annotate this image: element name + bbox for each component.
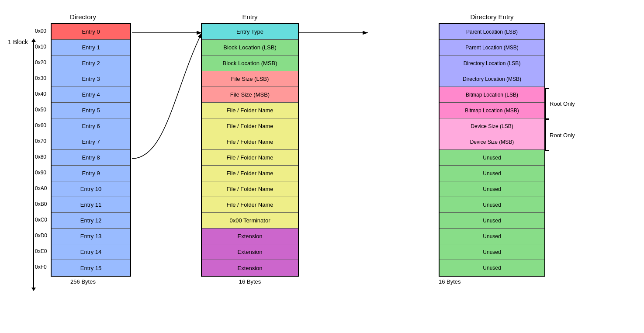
de-entry-1: Parent Location (MSB) bbox=[440, 40, 544, 56]
entry-entry-13: Extension bbox=[202, 229, 298, 244]
dir-offset-6: 0x60 bbox=[35, 118, 49, 133]
root-only-empty-8 bbox=[545, 151, 575, 166]
de-entries: Parent Location (LSB)Parent Location (MS… bbox=[439, 23, 545, 277]
dir-offset-14: 0xE0 bbox=[35, 243, 49, 259]
entry-entry-0: Entry Type bbox=[202, 24, 298, 40]
root-only-empty-2 bbox=[545, 56, 575, 72]
de-entry-2: Directory Location (LSB) bbox=[440, 56, 544, 71]
dir-entry-3: Entry 3 bbox=[52, 71, 130, 87]
arrow-line-vertical bbox=[33, 42, 34, 288]
de-entry-0: Parent Location (LSB) bbox=[440, 24, 544, 40]
entry-entry-5: File / Folder Name bbox=[202, 103, 298, 118]
de-column-group: Directory Entry Parent Location (LSB)Par… bbox=[369, 13, 575, 285]
entry-entry-8: File / Folder Name bbox=[202, 150, 298, 166]
entry-entry-2: Block Location (MSB) bbox=[202, 56, 298, 71]
directory-offsets: 0x000x100x200x300x400x500x600x700x800x90… bbox=[35, 23, 49, 277]
entry-entry-9: File / Folder Name bbox=[202, 166, 298, 181]
de-entry-12: Unused bbox=[440, 213, 544, 229]
de-entry-14: Unused bbox=[440, 244, 544, 260]
root-only-empty-10 bbox=[545, 182, 575, 198]
dir-entry-10: Entry 10 bbox=[52, 181, 130, 197]
de-entry-9: Unused bbox=[440, 166, 544, 181]
entry-entry-1: Block Location (LSB) bbox=[202, 40, 298, 56]
de-entry-6: Device Size (LSB) bbox=[440, 118, 544, 134]
de-entry-5: Bitmap Location (MSB) bbox=[440, 103, 544, 118]
dir-entry-15: Entry 15 bbox=[52, 260, 130, 276]
dir-offset-10: 0xA0 bbox=[35, 180, 49, 196]
block-label-group: 1 Block bbox=[8, 38, 36, 291]
entry-entry-12: 0x00 Terminator bbox=[202, 213, 298, 229]
block-label-text: 1 Block bbox=[8, 38, 28, 45]
entry-entry-15: Extension bbox=[202, 260, 298, 276]
dir-offset-9: 0x90 bbox=[35, 165, 49, 180]
root-only-empty-15 bbox=[545, 261, 575, 277]
dir-offset-7: 0x70 bbox=[35, 133, 49, 149]
directory-table: 0x000x100x200x300x400x500x600x700x800x90… bbox=[35, 23, 131, 277]
directory-entries: Entry 0Entry 1Entry 2Entry 3Entry 4Entry… bbox=[51, 23, 131, 277]
dir-entry-7: Entry 7 bbox=[52, 134, 130, 150]
diagram-container: 1 Block Directory 0x000x100x200x300x400x… bbox=[0, 0, 644, 333]
de-entry-3: Directory Location (MSB) bbox=[440, 71, 544, 87]
dir-offset-12: 0xC0 bbox=[35, 212, 49, 228]
dir-offset-13: 0xD0 bbox=[35, 228, 49, 243]
directory-subtitle: 256 Bytes bbox=[70, 278, 96, 285]
dir-entry-11: Entry 11 bbox=[52, 197, 130, 213]
root-only-text-2: Root Only bbox=[550, 132, 575, 139]
dir-entry-14: Entry 14 bbox=[52, 244, 130, 260]
root-only-empty-9 bbox=[545, 166, 575, 182]
de-column: Directory Entry Parent Location (LSB)Par… bbox=[439, 13, 545, 285]
root-only-labels: Root Only Root Only bbox=[545, 25, 575, 277]
dir-entry-0: Entry 0 bbox=[52, 24, 130, 40]
entry-column: Entry Entry TypeBlock Location (LSB)Bloc… bbox=[201, 13, 299, 285]
root-only-empty-12 bbox=[545, 214, 575, 229]
dir-entry-5: Entry 5 bbox=[52, 103, 130, 118]
entry-entries: Entry TypeBlock Location (LSB)Block Loca… bbox=[201, 23, 299, 277]
dir-offset-8: 0x80 bbox=[35, 149, 49, 165]
de-entry-8: Unused bbox=[440, 150, 544, 166]
entry-entry-7: File / Folder Name bbox=[202, 134, 298, 150]
de-title: Directory Entry bbox=[470, 13, 513, 21]
dir-offset-5: 0x50 bbox=[35, 102, 49, 118]
de-entry-10: Unused bbox=[440, 181, 544, 197]
root-only-text-1: Root Only bbox=[550, 101, 575, 107]
dir-entry-1: Entry 1 bbox=[52, 40, 130, 56]
columns-wrapper: Directory 0x000x100x200x300x400x500x600x… bbox=[35, 13, 575, 285]
de-entry-13: Unused bbox=[440, 229, 544, 244]
de-entry-11: Unused bbox=[440, 197, 544, 213]
dir-offset-1: 0x10 bbox=[35, 39, 49, 55]
de-entry-7: Device Size (MSB) bbox=[440, 134, 544, 150]
de-entry-15: Unused bbox=[440, 260, 544, 276]
dir-entry-2: Entry 2 bbox=[52, 56, 130, 71]
entry-entry-6: File / Folder Name bbox=[202, 118, 298, 134]
root-only-empty-13 bbox=[545, 229, 575, 245]
dir-entry-8: Entry 8 bbox=[52, 150, 130, 166]
de-subtitle: 16 Bytes bbox=[439, 278, 461, 285]
de-entry-4: Bitmap Location (LSB) bbox=[440, 87, 544, 103]
dir-entry-9: Entry 9 bbox=[52, 166, 130, 181]
dir-offset-4: 0x40 bbox=[35, 86, 49, 102]
root-only-empty-3 bbox=[545, 72, 575, 88]
root-only-empty-14 bbox=[545, 245, 575, 261]
dir-entry-13: Entry 13 bbox=[52, 229, 130, 244]
directory-title: Directory bbox=[70, 13, 96, 21]
entry-entry-11: File / Folder Name bbox=[202, 197, 298, 213]
dir-offset-11: 0xB0 bbox=[35, 196, 49, 212]
dir-offset-15: 0xF0 bbox=[35, 259, 49, 275]
dir-offset-0: 0x00 bbox=[35, 23, 49, 39]
dir-entry-6: Entry 6 bbox=[52, 118, 130, 134]
root-only-empty-0 bbox=[545, 25, 575, 41]
dir-offset-2: 0x20 bbox=[35, 55, 49, 70]
root-only-empty-11 bbox=[545, 198, 575, 214]
entry-entry-14: Extension bbox=[202, 244, 298, 260]
arrow-head-down-icon bbox=[31, 288, 36, 291]
entry-entry-3: File Size (LSB) bbox=[202, 71, 298, 87]
root-only-empty-1 bbox=[545, 41, 575, 56]
entry-entry-10: File / Folder Name bbox=[202, 181, 298, 197]
dir-entry-4: Entry 4 bbox=[52, 87, 130, 103]
entry-title: Entry bbox=[242, 13, 258, 21]
directory-column: Directory 0x000x100x200x300x400x500x600x… bbox=[35, 13, 131, 285]
entry-entry-4: File Size (MSB) bbox=[202, 87, 298, 103]
entry-subtitle: 16 Bytes bbox=[239, 278, 261, 285]
dir-offset-3: 0x30 bbox=[35, 70, 49, 86]
dir-entry-12: Entry 12 bbox=[52, 213, 130, 229]
